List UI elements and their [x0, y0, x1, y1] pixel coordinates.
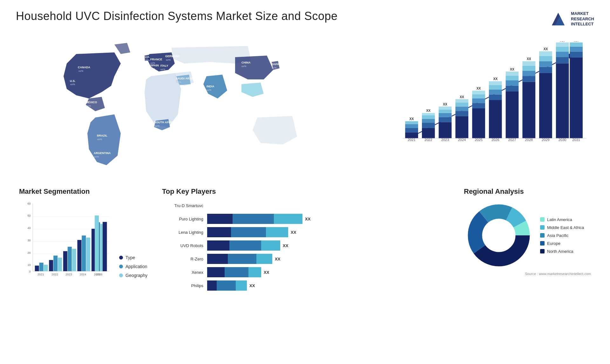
svg-text:XX: XX — [544, 47, 548, 51]
bar-seg1 — [207, 227, 231, 237]
svg-rect-97 — [556, 57, 569, 63]
player-row-3: Lena Lighting XX — [162, 227, 448, 237]
bar-chart-container: XX 2021 XX 2022 XX — [378, 35, 594, 175]
svg-text:2023: 2023 — [441, 138, 449, 142]
svg-text:xx%: xx% — [78, 70, 83, 72]
svg-text:xx%: xx% — [241, 65, 246, 68]
bar-seg1 — [207, 280, 217, 291]
svg-rect-64 — [472, 94, 485, 98]
svg-rect-130 — [53, 256, 58, 271]
svg-rect-104 — [570, 57, 583, 138]
svg-text:2027: 2027 — [508, 138, 516, 142]
player-name-7: Philips — [162, 283, 203, 288]
bar-seg3 — [236, 280, 247, 291]
svg-rect-65 — [472, 91, 485, 94]
svg-rect-105 — [570, 51, 583, 57]
logo-icon — [549, 10, 568, 29]
legend-application: Application — [119, 264, 147, 269]
svg-text:INDIA: INDIA — [207, 85, 214, 88]
svg-text:U.S.: U.S. — [70, 79, 76, 83]
svg-rect-51 — [439, 106, 452, 109]
bar-seg3 — [256, 254, 272, 264]
svg-rect-125 — [35, 266, 39, 271]
svg-rect-54 — [455, 116, 468, 138]
svg-rect-34 — [405, 132, 418, 138]
svg-text:MEXICO: MEXICO — [86, 101, 97, 104]
svg-rect-107 — [570, 43, 583, 47]
player-name-1: Tru-D Smartuvc — [162, 203, 203, 208]
player-bar-fill-4 — [207, 240, 280, 251]
svg-rect-129 — [49, 260, 53, 271]
legend-dot-application — [119, 265, 123, 268]
svg-rect-98 — [556, 51, 569, 57]
svg-text:xx%: xx% — [272, 66, 276, 69]
player-bar-fill-7 — [207, 280, 247, 291]
player-bar-fill-2 — [207, 214, 302, 224]
legend-label-geography: Geography — [125, 273, 147, 278]
regional-container: Regional Analysis Latin America — [461, 184, 594, 308]
source-text: Source : www.marketresearchintellect.com — [464, 272, 591, 276]
svg-text:xx%: xx% — [150, 67, 155, 70]
svg-rect-126 — [39, 263, 44, 271]
svg-rect-61 — [472, 108, 485, 138]
legend-dot-type — [119, 256, 123, 260]
svg-text:XX: XX — [560, 41, 565, 42]
bar-seg2 — [233, 214, 274, 224]
svg-rect-57 — [455, 102, 468, 106]
svg-rect-93 — [539, 51, 552, 56]
svg-text:20: 20 — [27, 251, 30, 254]
svg-text:XX: XX — [574, 41, 579, 42]
svg-rect-89 — [539, 73, 552, 138]
player-value-3: XX — [291, 230, 296, 235]
legend-latin-america: Latin America — [540, 217, 584, 222]
svg-text:SOUTH AFRICA: SOUTH AFRICA — [154, 121, 176, 124]
svg-rect-68 — [489, 100, 502, 138]
bar-seg1 — [207, 214, 233, 224]
svg-rect-50 — [439, 110, 452, 113]
page-container: Household UVC Disinfection Systems Marke… — [0, 0, 610, 364]
svg-text:ITALY: ITALY — [160, 64, 168, 67]
svg-rect-137 — [77, 240, 81, 271]
svg-text:2026: 2026 — [491, 138, 499, 142]
svg-text:2021: 2021 — [408, 138, 416, 142]
svg-rect-106 — [570, 47, 583, 52]
legend-color-middle-east — [540, 225, 545, 230]
player-value-4: XX — [283, 243, 288, 248]
svg-text:XX: XX — [493, 77, 498, 81]
player-bar-fill-6 — [207, 267, 261, 277]
player-row-4: UVD Robots XX — [162, 240, 448, 251]
svg-text:xx%: xx% — [70, 83, 75, 86]
player-bar-2: XX — [207, 214, 448, 224]
svg-rect-127 — [44, 265, 48, 271]
legend-dot-geography — [119, 273, 123, 277]
legend-middle-east: Middle East & Africa — [540, 225, 584, 230]
svg-text:60: 60 — [27, 202, 30, 205]
player-value-2: XX — [305, 217, 310, 221]
svg-text:XX: XX — [410, 117, 414, 121]
svg-rect-58 — [455, 99, 468, 102]
svg-text:CANADA: CANADA — [78, 66, 90, 69]
svg-rect-56 — [455, 106, 468, 111]
svg-text:xx%: xx% — [166, 58, 171, 61]
svg-rect-76 — [506, 86, 519, 91]
svg-rect-75 — [506, 91, 519, 138]
svg-rect-86 — [522, 61, 535, 66]
players-container: Top Key Players Tru-D Smartuvc Puro Ligh… — [159, 184, 451, 308]
svg-text:SPAIN: SPAIN — [150, 64, 159, 67]
svg-rect-90 — [539, 67, 552, 73]
svg-text:CHINA: CHINA — [241, 61, 251, 64]
svg-rect-43 — [422, 115, 435, 119]
svg-text:SAUDI ARABIA: SAUDI ARABIA — [176, 77, 197, 80]
svg-rect-49 — [439, 113, 452, 117]
bar-seg3 — [248, 267, 261, 277]
svg-text:0: 0 — [29, 270, 31, 273]
segmentation-legend: Type Application Geography — [119, 255, 147, 284]
svg-text:2028: 2028 — [525, 138, 533, 142]
svg-text:xx%: xx% — [97, 138, 102, 141]
svg-text:2026: 2026 — [96, 273, 103, 276]
svg-rect-134 — [68, 247, 72, 271]
svg-text:XX: XX — [426, 109, 431, 112]
svg-point-155 — [482, 219, 515, 252]
player-row-6: Xenex XX — [162, 267, 448, 277]
logo-text: MARKET RESEARCH INTELLECT — [571, 11, 594, 27]
